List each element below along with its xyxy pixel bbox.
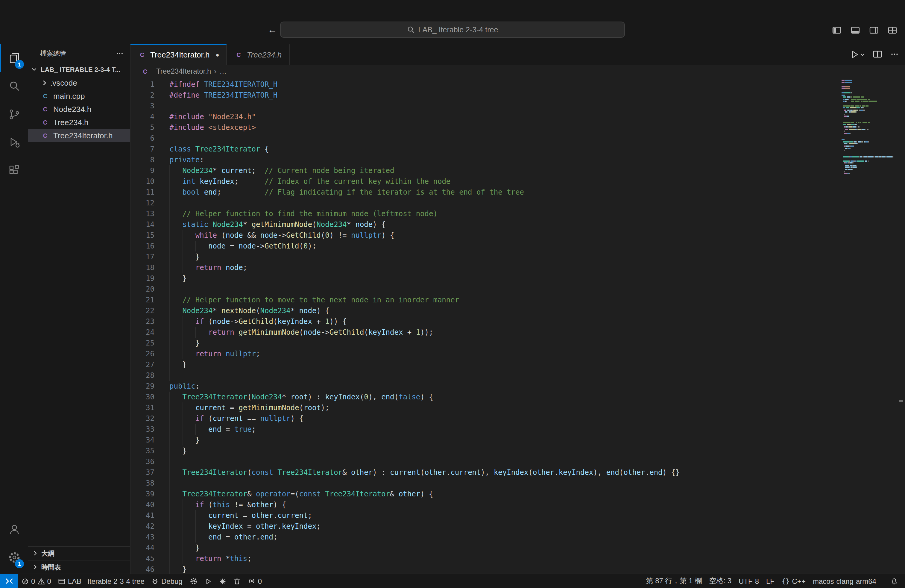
tree-item-.vscode[interactable]: .vscode (28, 76, 130, 89)
code-line[interactable]: 13 // Helper function to find the minimu… (130, 208, 839, 219)
ports[interactable]: 0 (244, 574, 265, 588)
code-line[interactable]: 21 // Helper function to move to the nex… (130, 295, 839, 305)
toggle-secondary-sidebar-icon[interactable] (869, 25, 879, 35)
debug-task[interactable]: Debug (148, 574, 186, 588)
compiler[interactable]: macos-clang-arm64 (809, 574, 880, 588)
workspace-root-folder[interactable]: LAB_ ITERABLE 2-3-4 T... (28, 63, 130, 76)
notifications[interactable] (887, 574, 902, 588)
code-line[interactable]: 4#include "Node234.h" (130, 111, 839, 122)
toggle-primary-sidebar-icon[interactable] (832, 25, 841, 35)
code-line[interactable]: 46 } (130, 564, 839, 574)
code-line[interactable]: 45 return *this; (130, 553, 839, 564)
activity-item-extensions[interactable] (0, 156, 28, 184)
code-line[interactable]: 7class Tree234Iterator { (130, 144, 839, 154)
timeline-panel-header[interactable]: 時間表 (28, 560, 130, 574)
code-line[interactable]: 30 Tree234Iterator(Node234* root) : keyI… (130, 392, 839, 402)
code-line[interactable]: 10 int keyIndex; // Index of the current… (130, 176, 839, 187)
outline-panel-header[interactable]: 大綱 (28, 546, 130, 560)
code-line[interactable]: 9 Node234* current; // Current node bein… (130, 165, 839, 176)
code-line[interactable]: 5#include <stdexcept> (130, 122, 839, 133)
code-line[interactable]: 41 current = other.current; (130, 510, 839, 521)
tree-item-main.cpp[interactable]: Cmain.cpp (28, 89, 130, 102)
minimap[interactable] (841, 79, 897, 177)
code-line[interactable]: 17 } (130, 251, 839, 262)
encoding[interactable]: UTF-8 (735, 574, 762, 588)
tree-item-label: Tree234Iterator.h (53, 131, 113, 140)
activity-item-run-and-debug[interactable] (0, 128, 28, 156)
code-line[interactable]: 35 } (130, 445, 839, 456)
run-cpp-file-button[interactable] (850, 49, 865, 59)
activity-item-accounts[interactable] (0, 515, 28, 543)
code-line[interactable]: 15 while (node && node->GetChild(0) != n… (130, 230, 839, 241)
modified-dot-icon[interactable]: ● (216, 52, 219, 58)
delete-task[interactable] (230, 574, 244, 588)
split-editor-icon[interactable] (873, 50, 882, 59)
code-line[interactable]: 23 if (node->GetChild(keyIndex + 1)) { (130, 316, 839, 327)
code-line[interactable]: 38 (130, 478, 839, 489)
activity-item-search[interactable] (0, 72, 28, 100)
code-line[interactable]: 31 current = getMinimumNode(root); (130, 402, 839, 413)
code-line[interactable]: 1#ifndef TREE234ITERATOR_H (130, 79, 839, 90)
indentation[interactable]: 空格: 3 (705, 574, 735, 588)
tab-Tree234.h[interactable]: CTree234.h (227, 44, 290, 65)
code-line[interactable]: 42 keyIndex = other.keyIndex; (130, 521, 839, 532)
activity-item-source-control[interactable] (0, 100, 28, 128)
explorer-more-actions-icon[interactable] (116, 49, 124, 57)
minimap-line (841, 92, 897, 94)
cursor-position[interactable]: 第 87 行，第 1 欄 (643, 574, 706, 588)
code-line[interactable]: 8private: (130, 154, 839, 165)
run-task[interactable] (201, 574, 216, 588)
line-number: 42 (130, 521, 154, 532)
code-line[interactable]: 33 end = true; (130, 424, 839, 435)
activity-item-explorer[interactable]: 1 (0, 44, 28, 72)
code-line[interactable]: 34 } (130, 435, 839, 445)
activity-item-settings[interactable]: 1 (0, 543, 28, 571)
settings-task[interactable] (186, 574, 201, 588)
clean-task[interactable] (216, 574, 230, 588)
tab-Tree234Iterator.h[interactable]: CTree234Iterator.h● (130, 44, 227, 65)
code-line[interactable]: 36 (130, 456, 839, 467)
code-line[interactable]: 22 Node234* nextNode(Node234* node) { (130, 305, 839, 316)
toggle-panel-icon[interactable] (851, 25, 860, 35)
code-line[interactable]: 25 } (130, 338, 839, 348)
code-line[interactable]: 26 return nullptr; (130, 348, 839, 359)
code-line[interactable]: 14 static Node234* getMinimumNode(Node23… (130, 219, 839, 230)
code-line[interactable]: 3 (130, 100, 839, 111)
code-line[interactable]: 44 } (130, 542, 839, 553)
tree-item-Tree234.h[interactable]: CTree234.h (28, 116, 130, 129)
code-line[interactable]: 29public: (130, 381, 839, 392)
breadcrumb-symbol[interactable]: … (219, 67, 227, 75)
code-line[interactable]: 27 } (130, 359, 839, 370)
tree-item-Tree234Iterator.h[interactable]: CTree234Iterator.h (28, 129, 130, 142)
code-line[interactable]: 32 if (current == nullptr) { (130, 413, 839, 424)
code-line[interactable]: 16 node = node->GetChild(0); (130, 241, 839, 251)
customize-layout-icon[interactable] (888, 25, 897, 35)
code-line[interactable]: 40 if (this != &other) { (130, 499, 839, 510)
eol[interactable]: LF (762, 574, 778, 588)
tree-item-label: .vscode (50, 78, 77, 87)
workspace-task[interactable]: LAB_ Iterable 2-3-4 tree (55, 574, 148, 588)
code-editor[interactable]: 1#ifndef TREE234ITERATOR_H2#define TREE2… (130, 78, 905, 574)
code-line[interactable]: 39 Tree234Iterator& operator=(const Tree… (130, 489, 839, 499)
more-actions-icon[interactable] (890, 50, 899, 59)
code-line[interactable]: 6 (130, 133, 839, 144)
code-line[interactable]: 43 end = other.end; (130, 532, 839, 542)
remote-indicator[interactable] (0, 574, 18, 588)
minimap-line (841, 171, 897, 172)
breadcrumb-file[interactable]: Tree234Iterator.h (156, 67, 211, 75)
language-mode[interactable]: {}C++ (778, 574, 809, 588)
minimap-line (841, 156, 897, 157)
problems[interactable]: 00 (18, 574, 55, 588)
code-line[interactable]: 37 Tree234Iterator(const Tree234Iterator… (130, 467, 839, 478)
code-line[interactable]: 18 return node; (130, 262, 839, 273)
code-line[interactable]: 19 } (130, 273, 839, 284)
nav-back-button[interactable]: ← (268, 25, 277, 35)
code-line[interactable]: 12 (130, 198, 839, 208)
command-center-search[interactable]: LAB_ Iterable 2-3-4 tree (280, 22, 625, 38)
code-line[interactable]: 11 bool end; // Flag indicating if the i… (130, 187, 839, 198)
code-line[interactable]: 24 return getMinimumNode(node->GetChild(… (130, 327, 839, 338)
code-line[interactable]: 2#define TREE234ITERATOR_H (130, 90, 839, 100)
tree-item-Node234.h[interactable]: CNode234.h (28, 102, 130, 116)
code-line[interactable]: 20 (130, 284, 839, 295)
code-line[interactable]: 28 (130, 370, 839, 381)
